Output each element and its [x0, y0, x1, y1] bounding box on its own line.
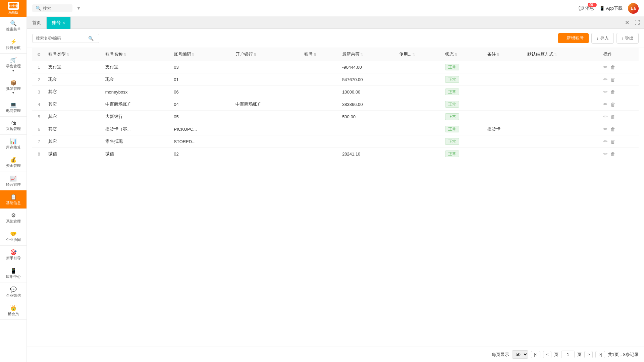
- action-icons-6: ✏ 🗑: [603, 138, 636, 144]
- sidebar-item-8[interactable]: 📈经营管理: [0, 172, 26, 190]
- row-actions-3: ✏ 🗑: [601, 98, 639, 111]
- header-search-box[interactable]: 🔍: [32, 4, 72, 12]
- sidebar-item-14[interactable]: 💬企业微信: [0, 283, 26, 301]
- col-account-header[interactable]: 账号⇅: [302, 48, 339, 61]
- sort-icon-usage[interactable]: ⇅: [412, 53, 415, 56]
- content-search-box[interactable]: 🔍: [32, 34, 99, 43]
- sidebar-item-0[interactable]: 🔍搜索菜单: [0, 17, 26, 35]
- sidebar-item-13[interactable]: 📱应用中心: [0, 264, 26, 283]
- delete-button-7[interactable]: 🗑: [610, 151, 615, 157]
- edit-button-4[interactable]: ✏: [603, 114, 608, 120]
- edit-button-3[interactable]: ✏: [603, 101, 608, 107]
- sidebar-item-11[interactable]: 🤝企业协同: [0, 227, 26, 246]
- sidebar-item-6[interactable]: 📊库存核算: [0, 135, 26, 153]
- sidebar-item-4[interactable]: 💻电商管理: [0, 98, 26, 117]
- table-header-row: ⚙ 账号类型⇅ 账号名称⇅ 账号编码⇅ 开户银行⇅ 账号⇅ 最新余额⇅ 使用..…: [32, 48, 639, 61]
- sort-icon-code[interactable]: ⇅: [192, 53, 195, 56]
- content-search-icon[interactable]: 🔍: [88, 36, 94, 41]
- page-size-select[interactable]: 50: [512, 350, 528, 359]
- sidebar-label-1: 快捷导航: [6, 46, 21, 50]
- col-type-header[interactable]: 账号类型⇅: [46, 48, 103, 61]
- col-name-header[interactable]: 账号名称⇅: [103, 48, 171, 61]
- row-status-7: 正常: [442, 148, 485, 160]
- col-code-header[interactable]: 账号编码⇅: [171, 48, 233, 61]
- row-balance-7: 28241.10: [339, 148, 396, 160]
- sidebar-item-5[interactable]: 🛍采购管理: [0, 117, 26, 135]
- action-icons-7: ✏ 🗑: [603, 151, 636, 157]
- delete-button-1[interactable]: 🗑: [610, 77, 615, 82]
- sort-icon-status[interactable]: ⇅: [454, 53, 457, 56]
- delete-button-4[interactable]: 🗑: [610, 114, 615, 120]
- row-usage-5: [396, 123, 442, 135]
- sidebar-item-1[interactable]: ⚡快捷导航: [0, 35, 26, 54]
- row-code-0: 03: [171, 61, 233, 73]
- sort-icon-name[interactable]: ⇅: [123, 53, 126, 56]
- delete-button-3[interactable]: 🗑: [610, 102, 615, 107]
- sidebar-item-2[interactable]: 🛒零售管理▼: [0, 54, 26, 76]
- sidebar-item-12[interactable]: 🎯新手引导: [0, 246, 26, 264]
- row-type-1: 现金: [46, 73, 103, 86]
- col-usage-label: 使用...: [399, 52, 412, 57]
- first-page-button[interactable]: |<: [531, 351, 540, 358]
- header-search-input[interactable]: [43, 6, 66, 11]
- col-remark-header[interactable]: 备注⇅: [485, 48, 525, 61]
- col-settings[interactable]: ⚙: [32, 48, 46, 61]
- sort-icon-account[interactable]: ⇅: [314, 53, 316, 56]
- sidebar-item-7[interactable]: 💰资金管理: [0, 153, 26, 172]
- row-usage-7: [396, 148, 442, 160]
- edit-button-5[interactable]: ✏: [603, 126, 608, 132]
- row-actions-2: ✏ 🗑: [601, 86, 639, 98]
- tab-close-action[interactable]: ✕: [624, 19, 631, 26]
- column-settings-icon[interactable]: ⚙: [37, 52, 41, 57]
- tab-close-button[interactable]: ×: [63, 20, 65, 25]
- app-logo: 好生意 乐鸟版: [0, 0, 26, 17]
- row-settlement-4: [525, 111, 600, 123]
- sidebar-item-9[interactable]: 📋基础信息: [0, 190, 26, 209]
- sidebar-item-10[interactable]: ⚙系统管理: [0, 209, 26, 227]
- prev-page-button[interactable]: <: [543, 351, 551, 358]
- edit-button-7[interactable]: ✏: [603, 151, 608, 157]
- sidebar-icon-12: 🎯: [10, 249, 17, 255]
- row-type-7: 微信: [46, 148, 103, 160]
- user-avatar[interactable]: Ea: [628, 3, 639, 14]
- tab-home[interactable]: 首页: [27, 17, 47, 29]
- last-page-button[interactable]: >|: [595, 351, 605, 358]
- sidebar-label-8: 经营管理: [6, 182, 21, 187]
- col-bank-header[interactable]: 开户银行⇅: [233, 48, 302, 61]
- message-button[interactable]: 💬 消息 99+: [579, 5, 594, 11]
- delete-button-0[interactable]: 🗑: [610, 64, 615, 70]
- sort-icon-remark[interactable]: ⇅: [497, 53, 499, 56]
- total-records-label: 共1页，8条记录: [608, 352, 639, 358]
- next-page-button[interactable]: >: [584, 351, 593, 358]
- app-download-button[interactable]: 📱 App下载: [599, 5, 623, 11]
- sidebar-icon-9: 📋: [10, 194, 17, 200]
- edit-button-1[interactable]: ✏: [603, 76, 608, 82]
- sort-icon-balance[interactable]: ⇅: [360, 53, 363, 56]
- row-bank-2: [233, 86, 302, 98]
- import-button[interactable]: ↓ 导入: [591, 33, 614, 44]
- delete-button-6[interactable]: 🗑: [610, 139, 615, 144]
- col-status-header[interactable]: 状态⇅: [442, 48, 485, 61]
- dropdown-icon[interactable]: ▼: [76, 6, 81, 11]
- col-usage-header[interactable]: 使用...⇅: [396, 48, 442, 61]
- row-name-5: 提货卡（零...: [103, 123, 171, 135]
- col-balance-header[interactable]: 最新余额⇅: [339, 48, 396, 61]
- delete-button-2[interactable]: 🗑: [610, 89, 615, 95]
- edit-button-6[interactable]: ✏: [603, 138, 608, 144]
- sort-icon-type[interactable]: ⇅: [66, 53, 69, 56]
- edit-button-2[interactable]: ✏: [603, 89, 608, 95]
- current-page-input[interactable]: [561, 351, 575, 358]
- content-search-input[interactable]: [36, 36, 86, 41]
- export-button[interactable]: ↑ 导出: [616, 33, 639, 44]
- add-account-button[interactable]: + 新增账号: [558, 33, 589, 43]
- status-badge-4: 正常: [445, 113, 459, 120]
- sort-icon-settlement[interactable]: ⇅: [554, 53, 557, 56]
- edit-button-0[interactable]: ✏: [603, 64, 608, 70]
- sidebar-item-3[interactable]: 📦批发管理▼: [0, 76, 26, 98]
- sidebar-item-15[interactable]: 👑畅会员: [0, 301, 26, 320]
- col-settlement-header[interactable]: 默认结算方式⇅: [525, 48, 600, 61]
- sort-icon-bank[interactable]: ⇅: [254, 53, 256, 56]
- tab-maximize-action[interactable]: ⛶: [633, 19, 641, 26]
- delete-button-5[interactable]: 🗑: [610, 126, 615, 132]
- tab-account[interactable]: 账号 ×: [47, 17, 71, 29]
